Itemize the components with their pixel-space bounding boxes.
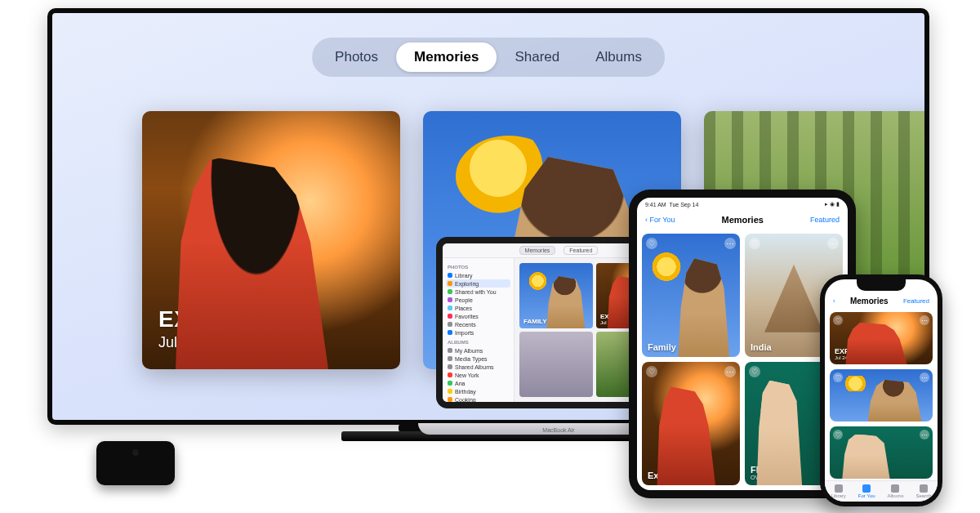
sidebar-item[interactable]: Ana: [446, 379, 510, 387]
sidebar-item-label: My Albums: [455, 348, 483, 354]
ipad-status-time: 9:41 AM Tue Sep 14: [645, 202, 698, 207]
sidebar-item[interactable]: People: [446, 296, 510, 304]
tv-tab-photos[interactable]: Photos: [317, 42, 396, 72]
tile-caption: Family Trip: [648, 342, 695, 352]
sidebar-item-label: Exploring: [455, 281, 479, 287]
sidebar-item[interactable]: Imports: [446, 328, 510, 337]
sidebar-item[interactable]: Places: [446, 304, 510, 312]
sidebar-item-icon: [448, 297, 452, 302]
sidebar-item-label: Recents: [455, 322, 476, 328]
tabbar-icon: [862, 484, 871, 493]
sidebar-item-icon: [448, 322, 452, 327]
sidebar-item-label: Cooking: [455, 397, 476, 403]
sidebar-item-icon: [448, 348, 452, 353]
tv-tab-shared[interactable]: Shared: [497, 42, 577, 72]
ipad-featured-button[interactable]: Featured: [810, 216, 840, 224]
tile-caption: India: [751, 342, 772, 352]
iphone-featured-button[interactable]: Featured: [903, 297, 929, 305]
favorite-icon[interactable]: ♡: [646, 238, 657, 249]
iphone-memory-tile[interactable]: ♡⋯: [830, 369, 933, 422]
sidebar-item-icon: [448, 372, 452, 377]
sidebar-item[interactable]: Birthday: [446, 387, 510, 395]
ipad-memories-grid: ♡⋯Family Trip♡⋯India♡⋯Exploring♡⋯Flowers…: [637, 229, 848, 490]
favorite-icon[interactable]: ♡: [749, 238, 760, 249]
sidebar-item[interactable]: Favorites: [446, 312, 510, 320]
macbook-memory-tile[interactable]: FAMILY TRIP: [519, 263, 593, 328]
iphone-memory-tile[interactable]: ♡⋯: [830, 426, 933, 479]
sidebar-item-icon: [448, 289, 452, 294]
macbook-segment-featured[interactable]: Featured: [564, 246, 598, 255]
tabbar-icon: [920, 484, 928, 493]
iphone-nav-header: ‹ Memories Featured: [825, 292, 938, 309]
sidebar-item[interactable]: Shared Albums: [446, 363, 510, 371]
favorite-icon[interactable]: ♡: [833, 430, 843, 439]
iphone-memory-tile[interactable]: ♡⋯EXPLORINGJul 24, 2021: [830, 312, 933, 364]
tile-subtitle: Jul 24, 2021: [835, 355, 878, 360]
ipad-memory-tile[interactable]: ♡⋯Exploring: [642, 362, 740, 485]
tv-tabbar: PhotosMemoriesSharedAlbums: [312, 38, 665, 77]
sidebar-item[interactable]: Media Types: [446, 355, 510, 363]
ipad-page-title: Memories: [722, 215, 764, 225]
ipad-display: 9:41 AM Tue Sep 14 ▸ ◉ ▮ ‹ For You Memor…: [637, 198, 848, 490]
ipad-memory-tile[interactable]: ♡⋯Family Trip: [642, 234, 740, 357]
memory-card-title: EXPLORING: [158, 306, 296, 332]
sidebar-item-label: Favorites: [455, 314, 479, 319]
more-icon[interactable]: ⋯: [827, 238, 839, 249]
ipad-nav-header: ‹ For You Memories Featured: [637, 211, 848, 229]
memory-card-date: Jul 24, 2021: [158, 334, 296, 351]
more-icon[interactable]: ⋯: [724, 238, 736, 249]
iphone-tabbar: LibraryFor YouAlbumsSearch: [825, 480, 938, 502]
macbook-memory-tile[interactable]: [519, 332, 593, 397]
tabbar-item-for-you[interactable]: For You: [858, 484, 875, 498]
sidebar-item-icon: [448, 381, 452, 386]
more-icon[interactable]: ⋯: [920, 372, 929, 382]
iphone-page-title: Memories: [850, 297, 889, 306]
tile-subtitle: OVER THE YEARS: [751, 475, 800, 480]
iphone-back-button[interactable]: ‹: [833, 297, 835, 305]
ipad-status-bar: 9:41 AM Tue Sep 14 ▸ ◉ ▮: [637, 198, 848, 211]
sidebar-item-label: Birthday: [455, 389, 476, 395]
sidebar-item-icon: [448, 389, 452, 394]
iphone: ‹ Memories Featured ♡⋯EXPLORINGJul 24, 2…: [820, 274, 942, 506]
tabbar-item-albums[interactable]: Albums: [887, 484, 903, 498]
sidebar-item[interactable]: Exploring: [446, 279, 510, 288]
ipad-time-text: 9:41 AM: [645, 202, 666, 207]
iphone-notch: [857, 279, 906, 291]
tabbar-item-search[interactable]: Search: [915, 484, 931, 498]
ipad-back-button[interactable]: ‹ For You: [645, 216, 675, 224]
more-icon[interactable]: ⋯: [920, 315, 929, 325]
sidebar-item-icon: [448, 330, 452, 335]
macbook-model-label: MacBook Air: [542, 427, 574, 433]
sidebar-item[interactable]: New York: [446, 371, 510, 379]
sidebar-item[interactable]: Library: [446, 271, 510, 279]
tabbar-label: Search: [915, 493, 931, 498]
favorite-icon[interactable]: ♡: [749, 366, 760, 377]
tv-tab-memories[interactable]: Memories: [396, 42, 497, 72]
sidebar-item-label: Places: [455, 306, 472, 311]
sidebar-item[interactable]: Cooking: [446, 395, 510, 402]
sidebar-item[interactable]: Shared with You: [446, 288, 510, 296]
sidebar-item[interactable]: Recents: [446, 320, 510, 328]
memory-card[interactable]: EXPLORINGJul 24, 2021: [142, 111, 400, 369]
macbook-segment-memories[interactable]: Memories: [519, 246, 556, 255]
iphone-display: ‹ Memories Featured ♡⋯EXPLORINGJul 24, 2…: [825, 279, 938, 502]
favorite-icon[interactable]: ♡: [833, 372, 843, 382]
sidebar-section-header: Albums: [448, 340, 509, 345]
sidebar-item[interactable]: My Albums: [446, 346, 510, 355]
sidebar-section-header: Photos: [448, 265, 509, 270]
sidebar-item-label: People: [455, 297, 473, 303]
tv-tab-albums[interactable]: Albums: [577, 42, 660, 72]
more-icon[interactable]: ⋯: [920, 430, 929, 439]
favorite-icon[interactable]: ♡: [646, 366, 657, 377]
tabbar-item-library[interactable]: Library: [831, 484, 845, 498]
favorite-icon[interactable]: ♡: [833, 315, 843, 325]
memory-card-overlay: EXPLORINGJul 24, 2021: [158, 306, 296, 351]
tile-caption: FlowersOVER THE YEARS: [751, 465, 800, 480]
tabbar-icon: [835, 484, 843, 493]
more-icon[interactable]: ⋯: [724, 366, 736, 377]
sidebar-item-icon: [448, 273, 452, 278]
sidebar-item-label: Shared Albums: [455, 364, 493, 370]
sidebar-item-icon: [448, 314, 452, 319]
sidebar-item-icon: [448, 397, 452, 402]
tile-caption: Exploring: [648, 471, 689, 480]
